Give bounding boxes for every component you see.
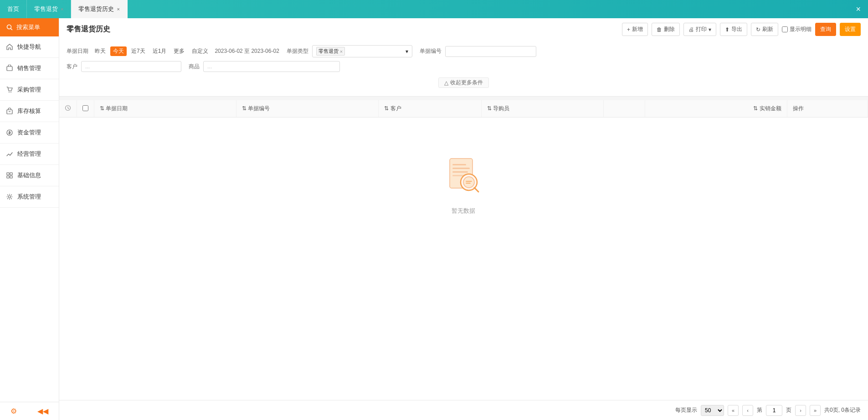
filter-goods-group: 商品 bbox=[189, 61, 340, 72]
new-icon: + bbox=[627, 26, 630, 33]
date-btn-more[interactable]: 更多 bbox=[171, 46, 187, 56]
inventory-icon bbox=[5, 107, 14, 115]
delete-button[interactable]: 🗑 删除 bbox=[652, 23, 680, 36]
window-close-button[interactable]: × bbox=[848, 5, 868, 14]
pagination-next-btn[interactable]: › bbox=[795, 405, 806, 416]
sidebar-item-business[interactable]: 经营管理 bbox=[0, 143, 59, 165]
filter-type-arrow: ▾ bbox=[406, 48, 408, 55]
collapse-button[interactable]: △ 收起更多条件 bbox=[438, 77, 489, 88]
sidebar-item-home[interactable]: 快捷导航 bbox=[0, 36, 59, 58]
th-number[interactable]: ⇅ 单据编号 bbox=[236, 100, 379, 118]
filter-goods-input[interactable] bbox=[203, 61, 340, 72]
data-table: ⇅ 单据日期 ⇅ 单据编号 ⇅ 客户 ⇅ 导购员 ⇅ bbox=[59, 100, 868, 251]
new-label: 新增 bbox=[632, 26, 643, 33]
sidebar-item-inventory[interactable]: 库存核算 bbox=[0, 101, 59, 122]
filter-type-tag-close[interactable]: × bbox=[340, 49, 343, 54]
date-btn-custom[interactable]: 自定义 bbox=[189, 46, 211, 56]
tab-retail-return-history-close[interactable]: × bbox=[117, 6, 119, 12]
tab-retail-return-label: 零售退货 bbox=[34, 5, 58, 13]
filter-customer-input[interactable] bbox=[81, 61, 181, 72]
display-toggle[interactable]: 显示明细 bbox=[782, 26, 812, 33]
tab-retail-return[interactable]: 零售退货 × bbox=[27, 0, 71, 18]
date-btn-1month[interactable]: 近1月 bbox=[150, 46, 169, 56]
filter-goods-label: 商品 bbox=[189, 63, 200, 71]
th-amount-label: ⇅ 实销金额 bbox=[753, 105, 781, 112]
filter-row-2: 客户 商品 bbox=[67, 61, 861, 72]
select-all-checkbox[interactable] bbox=[82, 105, 88, 111]
filter-number-group: 单据编号 bbox=[420, 46, 536, 57]
table-body: 暂无数据 bbox=[59, 118, 868, 252]
sidebar-item-inventory-label: 库存核算 bbox=[17, 107, 41, 115]
th-date-label: ⇅ 单据日期 bbox=[100, 105, 128, 112]
empty-row: 暂无数据 bbox=[59, 118, 868, 252]
tab-retail-return-history[interactable]: 零售退货历史 × bbox=[71, 0, 127, 18]
filter-customer-group: 客户 bbox=[67, 61, 181, 72]
th-date[interactable]: ⇅ 单据日期 bbox=[94, 100, 236, 118]
display-label: 显示明细 bbox=[790, 26, 812, 33]
th-amount[interactable]: ⇅ 实销金额 bbox=[645, 100, 787, 118]
filter-row-1: 单据日期 昨天 今天 近7天 近1月 更多 自定义 2023-06-02 至 2… bbox=[67, 45, 861, 57]
sidebar-search[interactable]: 搜索菜单 bbox=[0, 18, 59, 36]
display-checkbox[interactable] bbox=[782, 26, 788, 32]
filter-number-input[interactable] bbox=[445, 46, 536, 57]
pagination-prev-btn[interactable]: ‹ bbox=[742, 405, 753, 416]
pagination-last-btn[interactable]: » bbox=[810, 405, 821, 416]
sidebar-item-base-info[interactable]: 基础信息 bbox=[0, 165, 59, 186]
filter-type-group: 单据类型 零售退货 × ▾ bbox=[287, 45, 412, 57]
sidebar-item-home-label: 快捷导航 bbox=[17, 43, 41, 51]
filter-date-buttons: 昨天 今天 近7天 近1月 更多 自定义 bbox=[92, 46, 211, 56]
sidebar-item-system[interactable]: 系统管理 bbox=[0, 186, 59, 208]
purchase-icon bbox=[5, 86, 14, 94]
th-customer-label: ⇅ 客户 bbox=[384, 105, 401, 112]
svg-rect-8 bbox=[7, 173, 9, 175]
total-records: 共0页, 0条记录 bbox=[824, 406, 861, 414]
print-button[interactable]: 🖨 打印 ▾ bbox=[683, 23, 716, 36]
print-arrow: ▾ bbox=[709, 26, 711, 33]
settings-gear-icon[interactable]: ⚙ bbox=[10, 407, 17, 415]
sidebar-item-purchase[interactable]: 采购管理 bbox=[0, 79, 59, 101]
page-number-input[interactable] bbox=[766, 405, 782, 416]
refresh-button[interactable]: ↻ 刷新 bbox=[751, 23, 778, 36]
th-guide[interactable]: ⇅ 导购员 bbox=[481, 100, 604, 118]
business-icon bbox=[5, 150, 14, 158]
th-customer[interactable]: ⇅ 客户 bbox=[379, 100, 481, 118]
tab-home[interactable]: + 新增 首页 bbox=[0, 0, 27, 18]
print-icon: 🖨 bbox=[688, 26, 694, 33]
page-title-row: 零售退货历史 + 新增 🗑 删除 🖨 打印 ▾ bbox=[67, 23, 861, 36]
filter-type-select[interactable]: 零售退货 × ▾ bbox=[312, 45, 412, 57]
refresh-label: 刷新 bbox=[762, 26, 773, 33]
th-checkbox[interactable] bbox=[77, 100, 94, 118]
new-button[interactable]: + 新增 bbox=[622, 23, 648, 36]
base-info-icon bbox=[5, 171, 14, 179]
per-page-select[interactable]: 20 50 100 bbox=[701, 405, 724, 416]
sidebar-item-business-label: 经营管理 bbox=[17, 150, 41, 158]
date-btn-yesterday[interactable]: 昨天 bbox=[92, 46, 108, 56]
filter-type-value: 零售退货 bbox=[318, 48, 339, 55]
tab-retail-return-close[interactable]: × bbox=[61, 6, 63, 12]
th-number-label: ⇅ 单据编号 bbox=[242, 105, 270, 112]
top-bar: + 新增 首页 零售退货 × 零售退货历史 × × bbox=[0, 0, 868, 18]
empty-illustration bbox=[441, 154, 486, 200]
pagination-first-btn[interactable]: « bbox=[728, 405, 739, 416]
tab-bar: + 新增 首页 零售退货 × 零售退货历史 × bbox=[0, 0, 848, 18]
th-settings[interactable] bbox=[59, 100, 77, 118]
date-btn-7days[interactable]: 近7天 bbox=[128, 46, 148, 56]
th-actions: 操作 bbox=[787, 100, 868, 118]
sidebar-item-purchase-label: 采购管理 bbox=[17, 86, 41, 94]
svg-rect-15 bbox=[452, 164, 466, 165]
empty-text: 暂无数据 bbox=[452, 207, 475, 215]
volume-icon[interactable]: ◀◀ bbox=[37, 407, 48, 415]
export-button[interactable]: ⬆ 导出 bbox=[720, 23, 747, 36]
sidebar-item-sales-label: 销售管理 bbox=[17, 64, 41, 72]
sidebar-item-sales[interactable]: 销售管理 bbox=[0, 58, 59, 79]
collapse-bar: △ 收起更多条件 bbox=[67, 76, 861, 92]
settings-button[interactable]: 设置 bbox=[840, 23, 861, 36]
sidebar-item-finance[interactable]: 资金管理 bbox=[0, 122, 59, 143]
page-title: 零售退货历史 bbox=[67, 25, 110, 34]
filter-type-label: 单据类型 bbox=[287, 47, 308, 55]
query-button[interactable]: 查询 bbox=[815, 23, 836, 36]
date-btn-today[interactable]: 今天 bbox=[110, 46, 127, 56]
export-label: 导出 bbox=[731, 26, 742, 33]
sidebar-item-base-info-label: 基础信息 bbox=[17, 171, 41, 179]
page-label: 第 bbox=[757, 406, 762, 414]
